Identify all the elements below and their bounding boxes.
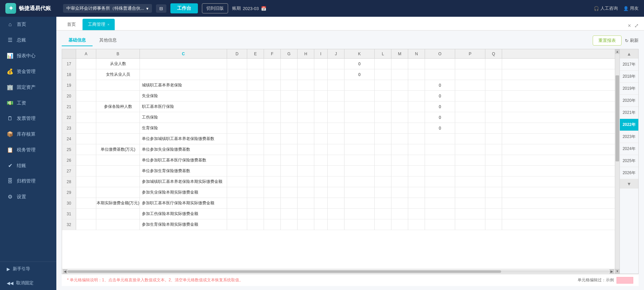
cell-25-j[interactable] [328, 144, 344, 155]
cell-25-f[interactable] [264, 144, 281, 155]
cell-27-g[interactable] [281, 166, 298, 176]
hscroll-right-arrow[interactable]: ▶ [609, 269, 614, 274]
cell-28-k[interactable] [344, 176, 375, 187]
cell-30-g[interactable] [281, 198, 298, 208]
cell-24-h[interactable] [298, 134, 314, 144]
cell-21-p[interactable] [455, 101, 485, 112]
cell-22-k[interactable] [344, 112, 375, 123]
tab-home[interactable]: 首页 [62, 19, 81, 30]
cell-18-e[interactable] [247, 69, 264, 80]
cell-17-i[interactable] [314, 59, 328, 69]
cell-29-i[interactable] [314, 187, 328, 198]
cell-23-e[interactable] [247, 123, 264, 133]
vscroll-thumb[interactable] [615, 75, 619, 161]
cell-20-i[interactable] [314, 91, 328, 101]
cell-20-n[interactable] [408, 91, 425, 101]
cell-17-k[interactable]: 0 [344, 59, 375, 69]
cell-29-j[interactable] [328, 187, 344, 198]
cell-28-g[interactable] [281, 176, 298, 187]
cell-30-l[interactable] [375, 198, 391, 208]
cell-26-f[interactable] [264, 155, 281, 165]
cell-21-m[interactable] [391, 101, 408, 112]
cell-30-i[interactable] [314, 198, 328, 208]
cell-19-n[interactable] [408, 80, 425, 90]
year-item-2024[interactable]: 2024年 [620, 143, 638, 155]
cell-26-o[interactable] [425, 155, 455, 165]
cell-31-j[interactable] [328, 209, 344, 219]
cell-30-e[interactable] [247, 198, 264, 208]
cell-18-g[interactable] [281, 69, 298, 80]
cell-32-e[interactable] [247, 219, 264, 230]
cancel-pin-button[interactable]: ◀◀ 取消固定 [0, 276, 56, 290]
cell-28-o[interactable] [425, 176, 455, 187]
cell-24-b[interactable] [96, 134, 140, 144]
cell-32-l[interactable] [375, 219, 391, 230]
cell-19-l[interactable] [375, 80, 391, 90]
cell-30-b[interactable]: 本期实际缴费金额(万元) [96, 198, 140, 208]
cell-25-d[interactable] [227, 144, 247, 155]
cell-17-g[interactable] [281, 59, 298, 69]
cell-19-o[interactable]: 0 [425, 80, 455, 90]
cell-24-e[interactable] [247, 134, 264, 144]
cell-18-f[interactable] [264, 69, 281, 80]
cell-17-m[interactable] [391, 59, 408, 69]
cell-32-d[interactable] [227, 219, 247, 230]
cell-20-l[interactable] [375, 91, 391, 101]
year-item-2020[interactable]: 2020年 [620, 95, 638, 107]
cell-23-b[interactable] [96, 123, 140, 133]
cell-22-f[interactable] [264, 112, 281, 123]
cell-25-l[interactable] [375, 144, 391, 155]
cell-27-i[interactable] [314, 166, 328, 176]
cell-18-h[interactable] [298, 69, 314, 80]
cell-24-i[interactable] [314, 134, 328, 144]
cell-26-b[interactable] [96, 155, 140, 165]
user-avatar[interactable]: 👤 用友 [623, 5, 639, 11]
cell-19-c[interactable]: 城镇职工基本养老保险 [140, 80, 227, 90]
cell-30-j[interactable] [328, 198, 344, 208]
cell-25-a[interactable] [76, 144, 96, 155]
cell-24-a[interactable] [76, 134, 96, 144]
cell-26-g[interactable] [281, 155, 298, 165]
cell-20-a[interactable] [76, 91, 96, 101]
cell-20-c[interactable]: 失业保险 [140, 91, 227, 101]
cell-21-l[interactable] [375, 101, 391, 112]
cell-30-h[interactable] [298, 198, 314, 208]
cell-23-k[interactable] [344, 123, 375, 133]
cell-19-k[interactable] [344, 80, 375, 90]
cell-23-q[interactable] [485, 123, 502, 133]
cell-17-e[interactable] [247, 59, 264, 69]
cell-21-q[interactable] [485, 101, 502, 112]
cell-31-i[interactable] [314, 209, 328, 219]
cell-32-c[interactable]: 参加生育保险本期实际缴费金额 [140, 219, 227, 230]
cell-29-g[interactable] [281, 187, 298, 198]
cell-20-q[interactable] [485, 91, 502, 101]
cell-27-c[interactable]: 单位参加生育保险缴费基数 [140, 166, 227, 176]
cell-27-l[interactable] [375, 166, 391, 176]
cell-31-k[interactable] [344, 209, 375, 219]
vscroll-up-arrow[interactable]: ▲ [615, 49, 620, 54]
cell-18-a[interactable] [76, 69, 96, 80]
cell-25-e[interactable] [247, 144, 264, 155]
cell-23-a[interactable] [76, 123, 96, 133]
cell-26-e[interactable] [247, 155, 264, 165]
cell-31-a[interactable] [76, 209, 96, 219]
cell-21-n[interactable] [408, 101, 425, 112]
cell-18-m[interactable] [391, 69, 408, 80]
year-item-2023[interactable]: 2023年 [620, 131, 638, 143]
cell-17-c[interactable] [140, 59, 227, 69]
year-item-2018[interactable]: 2018年 [620, 71, 638, 83]
cell-19-e[interactable] [247, 80, 264, 90]
cell-32-h[interactable] [298, 219, 314, 230]
sidebar-item-archive[interactable]: 🗄 归档管理 [0, 173, 56, 189]
cell-23-c[interactable]: 生育保险 [140, 123, 227, 133]
cell-31-l[interactable] [375, 209, 391, 219]
cell-25-h[interactable] [298, 144, 314, 155]
calendar-icon[interactable]: 📅 [261, 6, 266, 11]
cell-17-l[interactable] [375, 59, 391, 69]
cell-21-i[interactable] [314, 101, 328, 112]
sidebar-item-home[interactable]: ⌂ 首页 [0, 17, 56, 32]
cell-17-j[interactable] [328, 59, 344, 69]
cell-26-a[interactable] [76, 155, 96, 165]
cell-25-g[interactable] [281, 144, 298, 155]
cell-23-d[interactable] [227, 123, 247, 133]
